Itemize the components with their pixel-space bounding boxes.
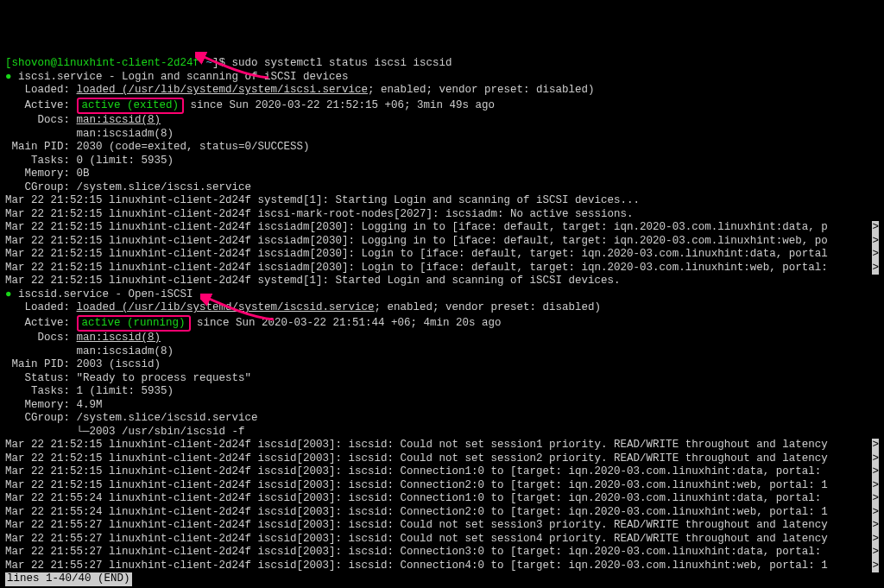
log1-line-4: Mar 22 21:52:15 linuxhint-client-2d24f i…	[5, 248, 879, 262]
service-1-loaded: Loaded: loaded (/usr/lib/systemd/system/…	[5, 84, 879, 98]
log-text: Mar 22 21:52:15 linuxhint-client-2d24f i…	[5, 465, 828, 477]
terminal-output: [shovon@linuxhint-client-2d24f ~]$ sudo …	[5, 57, 879, 586]
prompt-user-host: [shovon@linuxhint-client-2d24f	[5, 57, 206, 69]
cgroup: CGroup: /system.slice/iscsi.service	[5, 181, 251, 193]
log1-line-3: Mar 22 21:52:15 linuxhint-client-2d24f i…	[5, 235, 879, 249]
loaded-label: Loaded:	[5, 84, 77, 96]
active-label: Active:	[5, 317, 77, 329]
service-2-header: ● iscsid.service - Open-iSCSI	[5, 288, 879, 302]
service-2-loaded: Loaded: loaded (/usr/lib/systemd/system/…	[5, 301, 879, 315]
service-2-tasks: Tasks: 1 (limit: 5935)	[5, 385, 879, 399]
truncate-indicator: >	[872, 492, 879, 506]
service-2-memory: Memory: 4.9M	[5, 399, 879, 413]
loaded-rest: ; enabled; vendor preset: disabled)	[368, 84, 595, 96]
truncate-indicator: >	[872, 248, 879, 262]
service-1-mainpid: Main PID: 2030 (code=exited, status=0/SU…	[5, 141, 879, 155]
service-2-mainpid: Main PID: 2003 (iscsid)	[5, 358, 879, 372]
truncate-indicator: >	[872, 439, 879, 452]
log2-line-9: Mar 22 21:55:27 linuxhint-client-2d24f i…	[5, 560, 879, 573]
log-text: Mar 22 21:52:15 linuxhint-client-2d24f i…	[5, 248, 828, 260]
log-text: Mar 22 21:55:24 linuxhint-client-2d24f i…	[5, 492, 828, 504]
tasks: Tasks: 1 (limit: 5935)	[5, 385, 174, 397]
loaded-path: loaded (/usr/lib/systemd/system/iscsid.s…	[77, 301, 375, 313]
loaded-path: loaded (/usr/lib/systemd/system/iscsi.se…	[77, 84, 369, 96]
loaded-label: Loaded:	[5, 301, 77, 313]
log-text: Mar 22 21:52:15 linuxhint-client-2d24f i…	[5, 439, 828, 451]
log-text: Mar 22 21:55:27 linuxhint-client-2d24f i…	[5, 519, 828, 531]
main-pid: Main PID: 2003 (iscsid)	[5, 358, 161, 370]
service-header: iscsi.service - Login and scanning of iS…	[12, 71, 349, 83]
active-since: since Sun 2020-03-22 21:52:15 +06; 3min …	[184, 99, 495, 111]
log1-line-1: Mar 22 21:52:15 linuxhint-client-2d24f i…	[5, 208, 879, 222]
log-text: Mar 22 21:52:15 linuxhint-client-2d24f i…	[5, 262, 828, 274]
log2-line-0: Mar 22 21:52:15 linuxhint-client-2d24f i…	[5, 439, 879, 452]
log-text: Mar 22 21:52:15 linuxhint-client-2d24f s…	[5, 275, 621, 287]
loaded-rest: ; enabled; vendor preset: disabled)	[375, 301, 602, 313]
log2-line-1: Mar 22 21:52:15 linuxhint-client-2d24f i…	[5, 452, 879, 466]
log2-line-2: Mar 22 21:52:15 linuxhint-client-2d24f i…	[5, 465, 879, 479]
log2-line-5: Mar 22 21:55:24 linuxhint-client-2d24f i…	[5, 506, 879, 520]
service-2-cgroup2: └─2003 /usr/sbin/iscsid -f	[5, 426, 879, 439]
truncate-indicator: >	[872, 560, 879, 573]
service-bullet: ●	[5, 288, 12, 300]
log-text: Mar 22 21:55:27 linuxhint-client-2d24f i…	[5, 546, 828, 558]
active-label: Active:	[5, 99, 77, 111]
truncate-indicator: >	[872, 479, 879, 493]
service-1-active: Active: active (exited) since Sun 2020-0…	[5, 98, 879, 115]
service-2-docs2: man:iscsiadm(8)	[5, 345, 879, 359]
cgroup-child: └─2003 /usr/sbin/iscsid -f	[5, 426, 245, 438]
log-text: Mar 22 21:52:15 linuxhint-client-2d24f s…	[5, 194, 640, 206]
truncate-indicator: >	[872, 519, 879, 533]
cgroup: CGroup: /system.slice/iscsid.service	[5, 412, 258, 424]
service-1-docs2: man:iscsiadm(8)	[5, 128, 879, 142]
memory: Memory: 4.9M	[5, 399, 103, 411]
prompt-cwd: ~	[206, 57, 213, 69]
log1-line-6: Mar 22 21:52:15 linuxhint-client-2d24f s…	[5, 275, 879, 288]
service-1-docs1: Docs: man:iscsid(8)	[5, 114, 879, 128]
truncate-indicator: >	[872, 221, 879, 235]
truncate-indicator: >	[872, 235, 879, 249]
log-text: Mar 22 21:52:15 linuxhint-client-2d24f i…	[5, 479, 828, 491]
service-1-cgroup: CGroup: /system.slice/iscsi.service	[5, 181, 879, 195]
docs-2: man:iscsiadm(8)	[5, 128, 174, 140]
active-since: since Sun 2020-03-22 21:51:44 +06; 4min …	[191, 317, 502, 329]
truncate-indicator: >	[872, 506, 879, 520]
service-header: iscsid.service - Open-iSCSI	[12, 288, 193, 300]
truncate-indicator: >	[872, 533, 879, 547]
tasks: Tasks: 0 (limit: 5935)	[5, 155, 174, 167]
log1-line-5: Mar 22 21:52:15 linuxhint-client-2d24f i…	[5, 262, 879, 275]
log-text: Mar 22 21:52:15 linuxhint-client-2d24f i…	[5, 452, 828, 465]
log-text: Mar 22 21:55:27 linuxhint-client-2d24f i…	[5, 533, 828, 545]
pager-text: lines 1-40/40 (END)	[5, 572, 132, 586]
docs-label: Docs:	[5, 114, 77, 126]
truncate-indicator: >	[872, 452, 879, 466]
status-text: Status: "Ready to process requests"	[5, 372, 251, 384]
main-pid: Main PID: 2030 (code=exited, status=0/SU…	[5, 141, 310, 153]
log2-line-7: Mar 22 21:55:27 linuxhint-client-2d24f i…	[5, 533, 879, 547]
active-status-highlight: active (running)	[77, 315, 191, 332]
log2-line-3: Mar 22 21:52:15 linuxhint-client-2d24f i…	[5, 479, 879, 493]
service-2-docs1: Docs: man:iscsid(8)	[5, 332, 879, 345]
log2-line-6: Mar 22 21:55:27 linuxhint-client-2d24f i…	[5, 519, 879, 533]
memory: Memory: 0B	[5, 168, 90, 180]
log-text: Mar 22 21:52:15 linuxhint-client-2d24f i…	[5, 221, 828, 233]
prompt-dollar: ]$	[212, 57, 232, 69]
service-2-cgroup: CGroup: /system.slice/iscsid.service	[5, 412, 879, 426]
service-1-tasks: Tasks: 0 (limit: 5935)	[5, 155, 879, 168]
docs-1: man:iscsid(8)	[77, 332, 161, 344]
docs-1: man:iscsid(8)	[77, 114, 161, 126]
log2-line-4: Mar 22 21:55:24 linuxhint-client-2d24f i…	[5, 492, 879, 506]
log-text: Mar 22 21:55:27 linuxhint-client-2d24f i…	[5, 560, 828, 572]
docs-2: man:iscsiadm(8)	[5, 345, 174, 357]
active-status-highlight: active (exited)	[77, 98, 185, 115]
service-2-active: Active: active (running) since Sun 2020-…	[5, 315, 879, 332]
prompt-line: [shovon@linuxhint-client-2d24f ~]$ sudo …	[5, 57, 879, 71]
pager-status[interactable]: lines 1-40/40 (END)	[5, 572, 879, 586]
service-1-memory: Memory: 0B	[5, 168, 879, 181]
truncate-indicator: >	[872, 465, 879, 479]
log-text: Mar 22 21:55:24 linuxhint-client-2d24f i…	[5, 506, 828, 518]
log-text: Mar 22 21:52:15 linuxhint-client-2d24f i…	[5, 235, 828, 247]
service-bullet: ●	[5, 71, 12, 83]
service-1-header: ● iscsi.service - Login and scanning of …	[5, 71, 879, 85]
truncate-indicator: >	[872, 262, 879, 275]
